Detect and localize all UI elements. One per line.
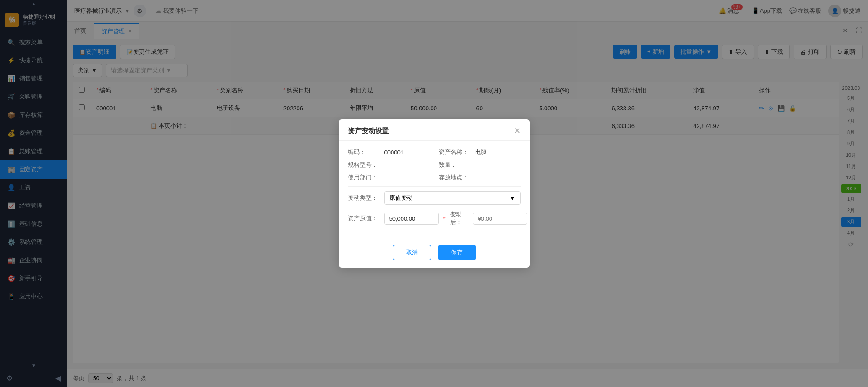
change-type-dropdown-icon: ▼ (510, 195, 516, 202)
modal-change-type-row: 变动类型： 原值变动 ▼ (348, 191, 521, 205)
modal-divider (348, 186, 521, 187)
modal-close-btn[interactable]: ✕ (514, 126, 521, 136)
cancel-button[interactable]: 取消 (393, 245, 431, 260)
modal-overlay[interactable]: 资产变动设置 ✕ 编码： 000001 资产名称： 电脑 规格型号： 数量： 使… (0, 0, 868, 387)
save-button[interactable]: 保存 (438, 245, 476, 260)
modal-spec-label: 规格型号： (348, 161, 384, 169)
asset-change-modal: 资产变动设置 ✕ 编码： 000001 资产名称： 电脑 规格型号： 数量： 使… (339, 119, 530, 268)
modal-row-1: 编码： 000001 资产名称： 电脑 (348, 148, 521, 156)
required-star-after: * (443, 215, 446, 222)
modal-asset-name-label: 资产名称： (439, 148, 475, 156)
modal-after-change-input[interactable] (473, 213, 527, 225)
modal-asset-name-value: 电脑 (475, 148, 521, 156)
modal-change-type-label: 变动类型： (348, 194, 384, 202)
modal-body: 编码： 000001 资产名称： 电脑 规格型号： 数量： 使用部门： 存放地点… (339, 141, 530, 239)
modal-change-type-select[interactable]: 原值变动 ▼ (384, 191, 521, 205)
modal-quantity-label: 数量： (439, 161, 475, 169)
modal-code-value: 000001 (384, 149, 430, 156)
modal-header: 资产变动设置 ✕ (339, 119, 530, 141)
modal-original-value-label: 资产原值： (348, 214, 384, 223)
modal-row-2: 规格型号： 数量： (348, 161, 521, 169)
modal-after-change-label: 变动后： (450, 210, 473, 227)
modal-title: 资产变动设置 (348, 127, 389, 135)
modal-row-3: 使用部门： 存放地点： (348, 174, 521, 182)
modal-original-value-input[interactable] (384, 213, 439, 225)
modal-value-row: 资产原值： * 变动后： (348, 210, 521, 227)
change-type-value: 原值变动 (389, 194, 413, 202)
modal-footer: 取消 保存 (339, 239, 530, 268)
modal-code-label: 编码： (348, 148, 384, 156)
modal-dept-label: 使用部门： (348, 174, 384, 182)
modal-storage-label: 存放地点： (439, 174, 475, 182)
